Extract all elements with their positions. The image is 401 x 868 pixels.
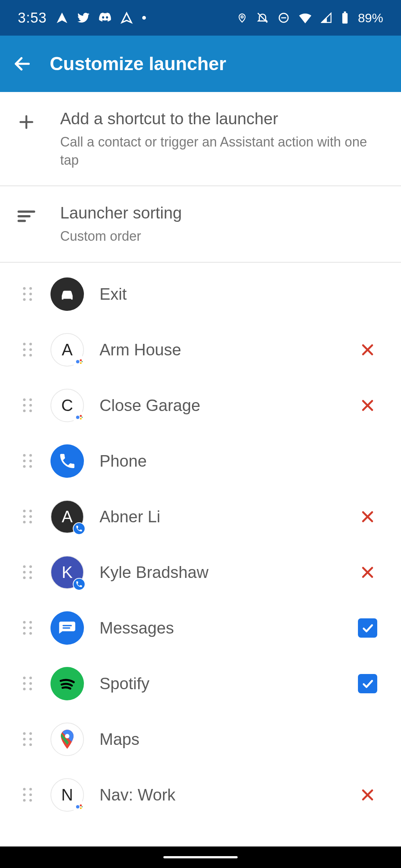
nav-arrow-icon bbox=[56, 11, 68, 24]
svg-point-36 bbox=[82, 806, 83, 807]
list-item[interactable]: Messages bbox=[0, 600, 401, 656]
car-icon bbox=[50, 277, 84, 311]
item-label: Maps bbox=[100, 730, 379, 749]
sorting-subtitle: Custom order bbox=[60, 227, 386, 246]
svg-point-33 bbox=[76, 805, 79, 808]
assistant-shortcut-icon: C bbox=[50, 389, 84, 422]
svg-point-23 bbox=[82, 417, 83, 418]
phone-badge-icon bbox=[73, 578, 85, 591]
drag-handle-icon[interactable] bbox=[20, 450, 35, 473]
drag-handle-icon[interactable] bbox=[20, 338, 35, 361]
drag-handle-icon[interactable] bbox=[20, 672, 35, 695]
sorting-title: Launcher sorting bbox=[60, 203, 386, 223]
page-title: Customize launcher bbox=[50, 53, 226, 75]
list-item[interactable]: A Arm House bbox=[0, 322, 401, 378]
check-icon bbox=[358, 674, 377, 693]
discord-icon bbox=[99, 12, 111, 23]
item-label: Exit bbox=[100, 285, 379, 303]
contact-avatar: A bbox=[50, 500, 84, 533]
svg-point-35 bbox=[80, 807, 82, 809]
svg-rect-4 bbox=[342, 13, 348, 23]
launcher-items-list: Exit A Arm House C bbox=[0, 263, 401, 823]
drag-handle-icon[interactable] bbox=[20, 394, 35, 417]
list-item[interactable]: N Nav: Work bbox=[0, 767, 401, 823]
phone-badge-icon bbox=[73, 522, 85, 535]
svg-point-22 bbox=[80, 418, 82, 420]
nav-arrow-icon bbox=[120, 11, 133, 24]
item-label: Abner Li bbox=[100, 507, 341, 526]
wifi-icon bbox=[299, 12, 312, 23]
item-label: Spotify bbox=[100, 674, 341, 693]
svg-point-0 bbox=[142, 16, 146, 20]
item-label: Messages bbox=[100, 619, 341, 637]
remove-button[interactable] bbox=[356, 506, 379, 528]
list-item[interactable]: Spotify bbox=[0, 656, 401, 711]
remove-button[interactable] bbox=[356, 784, 379, 806]
battery-percent: 89% bbox=[358, 11, 383, 25]
messages-app-icon bbox=[50, 611, 84, 645]
remove-button[interactable] bbox=[356, 339, 379, 361]
dnd-off-icon bbox=[256, 11, 269, 24]
list-item[interactable]: A Abner Li bbox=[0, 489, 401, 545]
remove-button[interactable] bbox=[356, 394, 379, 417]
launcher-sorting-row[interactable]: Launcher sorting Custom order bbox=[0, 186, 401, 262]
assistant-shortcut-icon: N bbox=[50, 778, 84, 812]
list-item[interactable]: C Close Garage bbox=[0, 378, 401, 433]
assistant-badge-icon bbox=[73, 411, 85, 424]
app-bar: Customize launcher bbox=[0, 36, 401, 92]
do-not-disturb-icon bbox=[278, 12, 290, 24]
phone-app-icon bbox=[50, 444, 84, 478]
svg-point-17 bbox=[82, 361, 83, 362]
svg-point-12 bbox=[63, 296, 65, 297]
svg-point-16 bbox=[80, 362, 82, 364]
svg-point-13 bbox=[69, 296, 71, 297]
maps-app-icon bbox=[50, 723, 84, 756]
remove-button[interactable] bbox=[356, 561, 379, 583]
svg-point-14 bbox=[76, 360, 79, 363]
dot-icon bbox=[142, 16, 146, 20]
back-button[interactable] bbox=[11, 53, 33, 75]
checkbox[interactable] bbox=[356, 673, 379, 695]
drag-handle-icon[interactable] bbox=[20, 783, 35, 806]
checkbox[interactable] bbox=[356, 617, 379, 639]
list-item[interactable]: Maps bbox=[0, 711, 401, 767]
add-shortcut-row[interactable]: Add a shortcut to the launcher Call a co… bbox=[0, 92, 401, 185]
battery-icon bbox=[341, 11, 349, 24]
item-label: Nav: Work bbox=[100, 786, 341, 804]
drag-handle-icon[interactable] bbox=[20, 561, 35, 584]
signal-icon bbox=[321, 12, 332, 23]
contact-avatar: K bbox=[50, 556, 84, 589]
gesture-nav-bar[interactable] bbox=[0, 846, 401, 868]
drag-handle-icon[interactable] bbox=[20, 728, 35, 751]
item-label: Kyle Bradshaw bbox=[100, 563, 341, 582]
list-item[interactable]: Exit bbox=[0, 266, 401, 322]
assistant-badge-icon bbox=[73, 800, 85, 813]
list-item[interactable]: K Kyle Bradshaw bbox=[0, 545, 401, 600]
sort-icon bbox=[15, 205, 38, 228]
add-shortcut-title: Add a shortcut to the launcher bbox=[60, 108, 386, 129]
item-label: Close Garage bbox=[100, 396, 341, 415]
twitter-icon bbox=[77, 11, 90, 24]
assistant-shortcut-icon: A bbox=[50, 333, 84, 366]
home-pill-icon bbox=[163, 856, 238, 858]
drag-handle-icon[interactable] bbox=[20, 617, 35, 640]
svg-point-20 bbox=[76, 415, 79, 419]
assistant-badge-icon bbox=[73, 355, 85, 368]
plus-icon bbox=[15, 111, 38, 134]
svg-point-21 bbox=[80, 415, 82, 417]
location-icon bbox=[237, 11, 247, 24]
svg-point-1 bbox=[241, 16, 243, 18]
svg-rect-5 bbox=[344, 11, 346, 13]
drag-handle-icon[interactable] bbox=[20, 505, 35, 528]
list-item[interactable]: Phone bbox=[0, 433, 401, 489]
check-icon bbox=[358, 618, 377, 638]
item-label: Phone bbox=[100, 452, 379, 470]
spotify-app-icon bbox=[50, 667, 84, 700]
item-label: Arm House bbox=[100, 341, 341, 359]
status-bar: 3:53 bbox=[0, 0, 401, 36]
add-shortcut-subtitle: Call a contact or trigger an Assistant a… bbox=[60, 133, 386, 169]
svg-point-15 bbox=[80, 359, 82, 361]
svg-point-34 bbox=[80, 804, 82, 806]
drag-handle-icon[interactable] bbox=[20, 283, 35, 306]
status-time: 3:53 bbox=[18, 10, 47, 26]
